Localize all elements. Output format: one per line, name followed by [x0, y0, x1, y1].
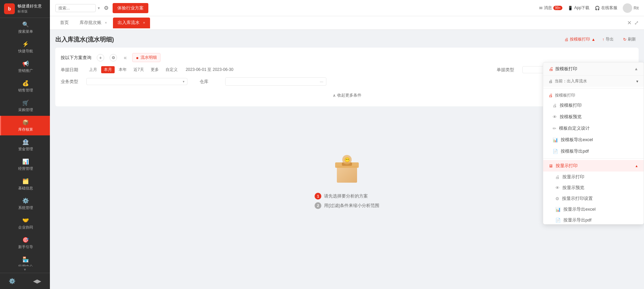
dropdown-item-template-print[interactable]: 🖨 按模板打印: [543, 100, 644, 111]
dropdown-item-template-preview-label: 按模板预览: [560, 114, 582, 120]
sidebar-item-label: 新手引导: [18, 244, 33, 249]
date-shortcut-current-year[interactable]: 本年: [116, 66, 129, 73]
sidebar-item-shortcut[interactable]: ⚡ 快捷导航: [0, 37, 50, 57]
dropdown-item-template-excel[interactable]: 📊 按模板导出excel: [543, 134, 644, 146]
filter-add-button[interactable]: +: [97, 54, 104, 61]
gear-icon: ⚙️: [22, 198, 29, 204]
dropdown-subitem-display-print[interactable]: 🖨 按显示打印: [543, 172, 644, 182]
page-header: 出入库流水(流水明细) 🖨 按模板打印 ▲ ↑ 导出 ↻ 刷新: [55, 35, 639, 44]
record-type-label: 单据类型: [497, 67, 517, 73]
sidebar-scroll-down[interactable]: ▼: [0, 266, 50, 273]
current-template-arrow[interactable]: ▾: [636, 79, 638, 84]
dropdown-subitem-display-settings[interactable]: ⚙ 按显示打印设置: [543, 193, 644, 204]
sidebar-item-guide[interactable]: 🎯 新手引导: [0, 233, 50, 253]
app-download-button[interactable]: 📱 App下载: [568, 5, 589, 11]
sidebar-item-label: 快捷导航: [18, 49, 33, 54]
topbar-settings-icon[interactable]: ⚙: [104, 5, 109, 11]
warehouse-dropdown[interactable]: ···: [225, 77, 326, 86]
sidebar-item-sales[interactable]: 💰 销售管理: [0, 77, 50, 96]
message-label: 消息: [544, 5, 552, 11]
sidebar-item-appstore[interactable]: 🏪 应用中心: [0, 253, 50, 266]
dropdown-subitem-display-pdf[interactable]: 📄 按显示导出pdf: [543, 215, 644, 224]
date-to: 至: [207, 67, 211, 72]
cart-icon: 🛒: [22, 100, 29, 106]
tab-batch-account-close[interactable]: ×: [105, 21, 107, 25]
sidebar-item-inventory[interactable]: 📦 库存核算: [0, 116, 50, 135]
dropdown-item-template-custom[interactable]: ✏ 模板自定义设计: [543, 123, 644, 134]
sidebar-item-basic[interactable]: 🗂️ 基础信息: [0, 175, 50, 194]
sidebar: b 畅捷通好生意 标准版 🔍 搜索菜单 ⚡ 快捷导航 📢 营销推广 💰 销售管理: [0, 0, 50, 289]
sidebar-item-label: 基础信息: [18, 186, 33, 191]
dropdown-subitem-display-preview[interactable]: 👁 按显示预览: [543, 182, 644, 193]
tab-inventory-flow-close[interactable]: ×: [143, 21, 145, 25]
current-template-row: 🖨 当前：出入库流水 ▾: [543, 76, 644, 87]
sidebar-item-system[interactable]: ⚙️ 系统管理: [0, 194, 50, 214]
refresh-button[interactable]: ↻ 刷新: [620, 35, 639, 44]
sidebar-item-label: 资金管理: [18, 147, 33, 152]
biz-type-dropdown[interactable]: ▾: [86, 78, 187, 85]
section-title-template: 🖨 按模板打印: [549, 93, 575, 98]
dropdown-item-template-preview[interactable]: 👁 按模板预览: [543, 111, 644, 123]
sidebar-item-label: 企业协同: [18, 225, 33, 230]
logo-icon: b: [4, 3, 15, 14]
sidebar-item-operation[interactable]: 📊 经营管理: [0, 155, 50, 175]
date-shortcut-7days[interactable]: 近7天: [131, 66, 147, 73]
sidebar-nav: 🔍 搜索菜单 ⚡ 快捷导航 📢 营销推广 💰 销售管理 🛒 采购管理 📦: [0, 18, 50, 266]
message-button[interactable]: ✉ 消息 99+: [539, 5, 562, 11]
topbar-search-input[interactable]: [55, 4, 96, 12]
sidebar-collapse-button[interactable]: ◀▶: [32, 277, 42, 286]
display-print-section-header[interactable]: 🖥 按显示打印 ▲: [543, 160, 644, 172]
biz-type-arrow: ▾: [183, 80, 184, 83]
dropdown-eye-icon-1: 👁: [553, 114, 557, 120]
online-service-button[interactable]: 🎧 在线客服: [595, 5, 617, 11]
sidebar-item-collab[interactable]: 🤝 企业协同: [0, 214, 50, 233]
app-download-label: App下载: [574, 5, 589, 11]
dropdown-pdf-icon-2: 📄: [555, 218, 561, 223]
box-icon: 📦: [22, 119, 29, 126]
target-icon: 🎯: [22, 237, 29, 243]
dropdown-panel-header: 🖨 按模板打印 ▲: [543, 62, 644, 76]
dropdown-excel-icon-2: 📊: [555, 207, 561, 212]
dropdown-panel-collapse-arrow[interactable]: ▲: [634, 67, 638, 71]
tab-inventory-flow[interactable]: 出入库流水 ×: [113, 18, 150, 28]
date-shortcut-last-month[interactable]: 上月: [86, 66, 100, 73]
tab-batch-account[interactable]: 库存批次账 ×: [75, 17, 112, 29]
user-profile[interactable]: Rit: [623, 3, 639, 13]
date-shortcut-more[interactable]: 更多: [148, 66, 162, 73]
window-close-button[interactable]: ✕: [627, 20, 632, 26]
dropdown-subitem-display-excel[interactable]: 📊 按显示导出excel: [543, 204, 644, 215]
date-shortcut-current-month[interactable]: 本月: [101, 66, 115, 73]
sidebar-settings-button[interactable]: ⚙️: [7, 277, 17, 286]
chevron-up-icon: ∧: [333, 93, 336, 98]
topbar-right: ✉ 消息 99+ 📱 App下载 🎧 在线客服 Rit: [539, 3, 639, 13]
window-maximize-button[interactable]: ⤢: [634, 20, 639, 26]
filter-settings-button[interactable]: ⚙: [110, 54, 117, 61]
topbar: ▾ ⚙ 体验行业方案 ✉ 消息 99+ 📱 App下载 🎧 在线客服: [50, 0, 644, 16]
sidebar-item-search[interactable]: 🔍 搜索菜单: [0, 18, 50, 37]
current-template-icon: 🖨: [549, 79, 553, 84]
industry-solution-button[interactable]: 体验行业方案: [113, 3, 148, 13]
export-button[interactable]: ↑ 导出: [599, 35, 616, 44]
tab-home[interactable]: 首页: [55, 17, 74, 29]
date-shortcut-custom[interactable]: 自定义: [163, 66, 180, 73]
date-range: 2023-06-01 至 2023-06-30: [186, 67, 233, 73]
template-print-section-header: 🖨 按模板打印: [543, 90, 644, 100]
search-dropdown-arrow[interactable]: ▾: [98, 6, 100, 10]
sidebar-item-marketing[interactable]: 📢 营销推广: [0, 57, 50, 77]
divider-1: [543, 88, 644, 88]
dropdown-item-template-pdf[interactable]: 📄 按模板导出pdf: [543, 146, 644, 157]
sidebar-item-finance[interactable]: 🏦 资金管理: [0, 135, 50, 155]
dropdown-panel-title: 🖨 按模板打印: [549, 66, 577, 72]
sidebar-item-label: 销售管理: [18, 88, 33, 93]
template-print-button[interactable]: 🖨 按模板打印 ▲: [564, 36, 595, 42]
filter-tag-flow[interactable]: ● 流水明细: [132, 53, 160, 62]
current-template-label: 当前：出入库流水: [555, 78, 587, 84]
template-print-label: 按模板打印: [570, 36, 590, 42]
filter-collapse-button[interactable]: «: [124, 55, 127, 61]
flash-icon: ⚡: [22, 41, 29, 47]
sidebar-item-purchase[interactable]: 🛒 采购管理: [0, 96, 50, 116]
dropdown-item-template-excel-label: 按模板导出excel: [561, 137, 593, 143]
warehouse-more-button[interactable]: ···: [320, 79, 323, 84]
filter-tag-icon: ●: [136, 55, 139, 60]
bank-icon: 🏦: [22, 139, 29, 145]
